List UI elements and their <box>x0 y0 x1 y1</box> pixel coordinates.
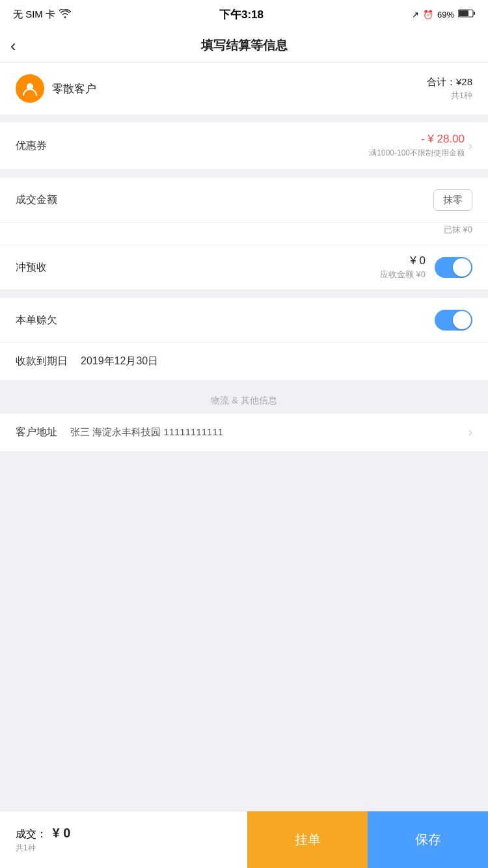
location-icon: ↗ <box>412 10 419 20</box>
save-button[interactable]: 保存 <box>368 811 488 869</box>
transaction-right: 0 抹零 <box>57 189 472 211</box>
battery-text: 69% <box>437 10 454 20</box>
coupon-amount: - ¥ 28.00 <box>369 133 465 146</box>
status-left: 无 SIM 卡 <box>13 8 71 21</box>
status-right: ↗ ⏰ 69% <box>412 9 475 20</box>
transaction-row: 成交金额 0 抹零 <box>0 178 488 223</box>
divider-5 <box>0 451 488 459</box>
nav-title: 填写结算等信息 <box>201 37 288 54</box>
content: 零散客户 合计：¥28 共1种 优惠券 - ¥ 28.00 满1000-100不… <box>0 62 488 646</box>
transaction-label: 成交金额 <box>16 193 57 207</box>
advance-main-amount: ¥ 0 <box>380 254 426 267</box>
transaction-amount-input[interactable]: 0 <box>375 192 427 209</box>
due-date-row: 收款到期日 2019年12月30日 <box>0 342 488 380</box>
status-time: 下午3:18 <box>219 7 264 22</box>
advance-toggle[interactable] <box>435 257 472 278</box>
due-date-value: 2019年12月30日 <box>81 355 158 368</box>
svg-rect-2 <box>474 12 475 15</box>
due-date-label: 收款到期日 <box>16 355 68 368</box>
address-label: 客户地址 <box>16 426 57 439</box>
back-button[interactable]: ‹ <box>10 37 16 54</box>
address-chevron: › <box>468 426 472 439</box>
bottom-bar: 成交： ¥ 0 共1种 挂单 保存 <box>0 811 488 868</box>
customer-count: 共1种 <box>427 90 472 102</box>
advance-top: 冲预收 ¥ 0 应收金额 ¥0 <box>16 254 472 280</box>
svg-rect-1 <box>459 10 468 16</box>
coupon-right: - ¥ 28.00 满1000-100不限制使用金额 <box>369 133 465 159</box>
divider-3 <box>0 290 488 298</box>
bottom-deal-label: 成交： <box>16 828 47 839</box>
status-bar: 无 SIM 卡 下午3:18 ↗ ⏰ 69% <box>0 0 488 29</box>
divider-4 <box>0 380 488 388</box>
coupon-label: 优惠券 <box>16 139 47 153</box>
customer-right: 合计：¥28 共1种 <box>427 76 472 102</box>
divider-2 <box>0 170 488 178</box>
coupon-desc: 满1000-100不限制使用金额 <box>369 148 465 159</box>
advance-row: 冲预收 ¥ 0 应收金额 ¥0 <box>0 245 488 290</box>
advance-toggle-knob <box>453 258 471 277</box>
empty-space <box>0 459 488 589</box>
bottom-deal-amount: ¥ 0 <box>52 826 70 840</box>
coupon-row[interactable]: 优惠券 - ¥ 28.00 满1000-100不限制使用金额 › <box>0 122 488 170</box>
advance-sub-amount: 应收金额 ¥0 <box>380 269 426 280</box>
debit-toggle[interactable] <box>435 310 472 331</box>
bottom-count: 共1种 <box>16 843 232 854</box>
nav-bar: ‹ 填写结算等信息 <box>0 29 488 62</box>
hang-order-button[interactable]: 挂单 <box>247 811 368 869</box>
bottom-summary: 成交： ¥ 0 共1种 <box>0 826 247 854</box>
carrier-text: 无 SIM 卡 <box>13 8 55 21</box>
coupon-chevron: › <box>468 139 472 153</box>
address-value: 张三 海淀永丰科技园 11111111111 <box>70 426 452 439</box>
alarm-icon: ⏰ <box>423 10 433 20</box>
logistics-section-header: 物流 & 其他信息 <box>0 388 488 414</box>
customer-section: 零散客户 合计：¥28 共1种 <box>0 62 488 115</box>
advance-label: 冲预收 <box>16 261 47 275</box>
transaction-section: 成交金额 0 抹零 已抹 ¥0 冲预收 ¥ 0 应收金额 ¥0 <box>0 178 488 290</box>
divider-1 <box>0 115 488 122</box>
round-zero-button[interactable]: 抹零 <box>433 189 472 211</box>
debit-label: 本单赊欠 <box>16 314 57 327</box>
logistics-label: 物流 & 其他信息 <box>211 395 277 407</box>
battery-icon <box>458 9 475 20</box>
debit-toggle-knob <box>453 311 471 329</box>
wifi-icon <box>59 9 71 20</box>
customer-left: 零散客户 <box>16 74 96 103</box>
debit-row: 本单赊欠 <box>0 298 488 342</box>
transaction-note: 已抹 ¥0 <box>444 224 472 234</box>
bottom-deal-row: 成交： ¥ 0 <box>16 826 232 841</box>
customer-total: 合计：¥28 <box>427 76 472 88</box>
address-row[interactable]: 客户地址 张三 海淀永丰科技园 11111111111 › <box>0 414 488 451</box>
advance-amounts: ¥ 0 应收金额 ¥0 <box>380 254 426 280</box>
customer-name: 零散客户 <box>52 81 96 96</box>
customer-avatar <box>16 74 44 103</box>
